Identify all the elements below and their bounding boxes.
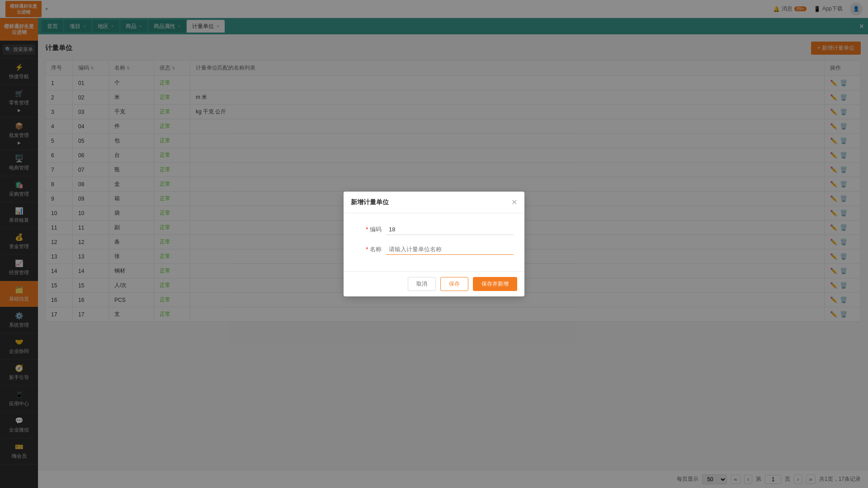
name-input[interactable]: [386, 244, 514, 255]
save-and-add-button[interactable]: 保存并新增: [473, 277, 517, 291]
code-input[interactable]: [386, 224, 514, 235]
cancel-button[interactable]: 取消: [408, 277, 436, 291]
modal-title: 新增计量单位: [351, 198, 389, 206]
save-button[interactable]: 保存: [440, 277, 468, 291]
modal-body: * 编码 * 名称: [344, 213, 524, 271]
modal-overlay: 新增计量单位 ✕ * 编码 * 名称 取消 保存 保存并新增: [0, 0, 868, 488]
modal-close-button[interactable]: ✕: [511, 198, 517, 206]
name-required-mark: *: [366, 246, 368, 253]
code-required-mark: *: [366, 226, 368, 233]
code-label: * 编码: [354, 225, 382, 234]
form-row-code: * 编码: [354, 224, 514, 235]
modal-footer: 取消 保存 保存并新增: [344, 271, 524, 296]
form-row-name: * 名称: [354, 244, 514, 255]
name-label: * 名称: [354, 245, 382, 253]
add-unit-modal: 新增计量单位 ✕ * 编码 * 名称 取消 保存 保存并新增: [344, 192, 524, 296]
modal-header: 新增计量单位 ✕: [344, 192, 524, 213]
